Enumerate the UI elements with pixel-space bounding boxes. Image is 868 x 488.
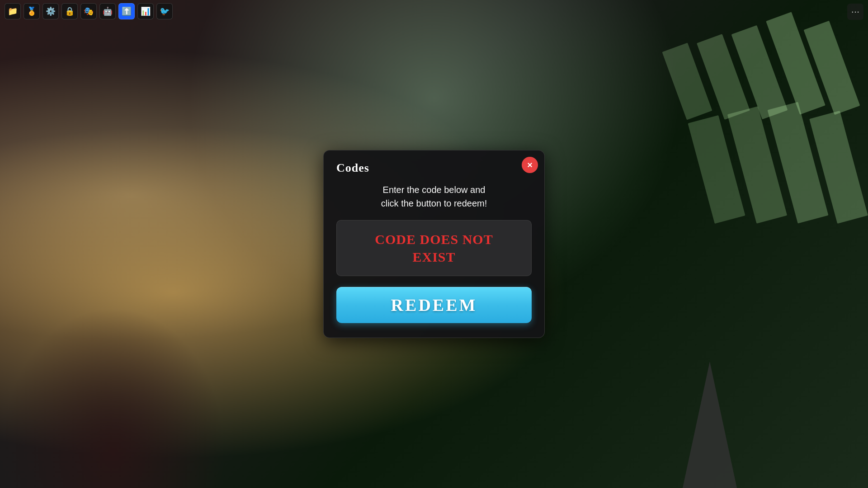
redeem-button[interactable]: REDEEM — [336, 287, 532, 323]
modal-title: Codes — [336, 161, 532, 175]
code-error-message: CODE DOES NOTEXIST — [375, 230, 493, 266]
modal-description: Enter the code below andclick the button… — [336, 183, 532, 210]
codes-modal: Codes × Enter the code below andclick th… — [323, 150, 545, 338]
modal-close-button[interactable]: × — [522, 157, 538, 173]
code-input-area[interactable]: CODE DOES NOTEXIST — [336, 220, 532, 276]
modal-overlay: Codes × Enter the code below andclick th… — [0, 0, 868, 488]
